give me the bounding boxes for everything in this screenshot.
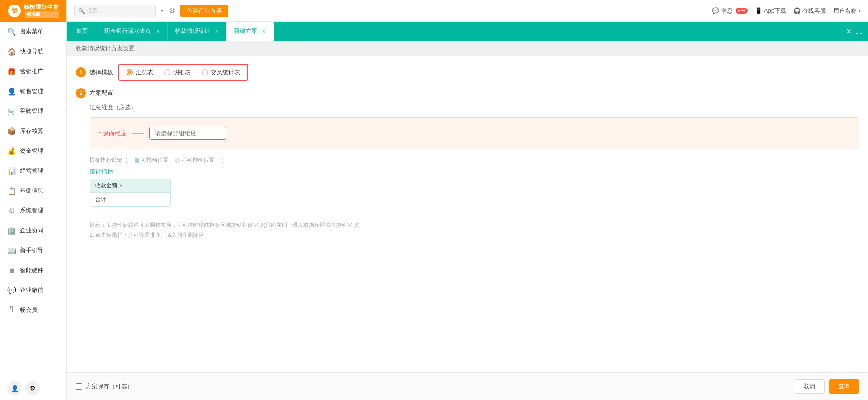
radio-detail-label: 明细表 <box>173 68 191 76</box>
page-footer: 方案保存（可选） 取消 查询 <box>67 372 868 400</box>
sidebar-item-label: 企业协同 <box>20 226 43 235</box>
sidebar-user-avatar[interactable]: 👤 <box>7 381 22 395</box>
sidebar-item-label: 快捷导航 <box>20 47 43 56</box>
tab-collection[interactable]: 收款情况统计 ✕ <box>168 22 226 41</box>
tab-new-plan-close[interactable]: ✕ <box>262 28 266 34</box>
logo-version: 标准版 <box>25 11 59 18</box>
dimension-area: 纵向维度 —— <box>90 117 859 149</box>
sidebar-item-member[interactable]: 🎖 畅会员 <box>0 300 66 320</box>
notification-item[interactable]: 💬 消息 99+ <box>712 7 748 15</box>
sidebar-item-inventory[interactable]: 📦 库存核算 <box>0 121 66 141</box>
metrics-table-header[interactable]: 收款金额 ▾ <box>90 179 170 193</box>
metrics-grid-title: 统计指标 <box>90 168 859 176</box>
non-draggable-tag: 不可拖动位置 <box>175 156 214 164</box>
page-header-title: 收款情况统计方案设置 <box>76 45 135 52</box>
tab-new-plan-label: 新建方案 <box>234 27 257 35</box>
sidebar-item-label: 资金管理 <box>20 147 43 155</box>
sidebar-nav: 🔍 搜索菜单 🏠 快捷导航 🎁 营销推广 👤 销售管理 🛒 采购管理 📦 库存核… <box>0 22 66 376</box>
sidebar-item-purchase[interactable]: 🛒 采购管理 <box>0 101 66 121</box>
tab-collection-label: 收款情况统计 <box>175 27 210 35</box>
topbar: 🔍 搜索... ▾ ⚙ 体验行业方案 💬 消息 99+ 📱 App下载 🎧 在线… <box>67 0 868 22</box>
gift-icon: 🎁 <box>7 67 16 76</box>
sidebar-item-basic[interactable]: 📋 基础信息 <box>0 181 66 201</box>
tip-line-2: 2. 点击标题栏下拉可设置排序、插入列和删除列 <box>90 231 859 240</box>
online-service-item[interactable]: 🎧 在线客服 <box>793 7 826 15</box>
sidebar: 畅 畅捷通好生意 标准版 🔍 搜索菜单 🏠 快捷导航 🎁 营销推广 👤 销售管理… <box>0 0 67 400</box>
user-name-item[interactable]: 用户名称 ▾ <box>833 7 861 15</box>
industry-plan-button[interactable]: 体验行业方案 <box>180 5 228 17</box>
topbar-search[interactable]: 🔍 搜索... <box>74 5 156 17</box>
cancel-button[interactable]: 取消 <box>794 379 825 394</box>
tab-cashflow-close[interactable]: ✕ <box>156 28 160 34</box>
list-icon: 📋 <box>7 186 16 195</box>
topbar-dropdown-arrow[interactable]: ▾ <box>161 8 163 13</box>
sidebar-item-marketing[interactable]: 🎁 营销推广 <box>0 61 66 81</box>
sidebar-item-label: 经营管理 <box>20 167 43 175</box>
sidebar-item-system[interactable]: ⚙ 系统管理 <box>0 201 66 221</box>
template-options: 汇总表 明细表 交叉统计表 <box>118 64 248 81</box>
medal-icon: 🎖 <box>7 306 16 315</box>
sidebar-bottom: 👤 ⚙ <box>0 376 66 400</box>
app-download-item[interactable]: 📱 App下载 <box>755 7 786 15</box>
tab-close-all-btn[interactable]: ✕ <box>846 27 852 36</box>
tab-home-label: 首页 <box>76 27 88 35</box>
non-draggable-label: 不可拖动位置 <box>182 156 214 164</box>
metrics-column-label: 收款金额 <box>95 182 117 189</box>
cart-icon: 🛒 <box>7 107 16 116</box>
metrics-title-end: ） <box>222 156 227 164</box>
metrics-table: 收款金额 ▾ 合计 <box>90 179 171 207</box>
draggable-label: 可拖动位置 <box>141 156 168 164</box>
sidebar-item-guide[interactable]: 📖 新手引导 <box>0 240 66 260</box>
page-header: 收款情况统计方案设置 <box>67 41 868 56</box>
radio-detail[interactable]: 明细表 <box>164 68 191 76</box>
online-service-label: 在线客服 <box>802 7 826 15</box>
tab-home[interactable]: 首页 <box>67 22 97 41</box>
tip-line-1: 提示： 1.拖动标题栏可以调整布局，不可跨维度或指标区域拖动栏目字段(只能在同一… <box>90 221 859 231</box>
wechat-icon: 💬 <box>7 286 16 295</box>
tab-expand-btn[interactable]: ⛶ <box>855 27 863 35</box>
user-icon: 👤 <box>7 87 16 96</box>
radio-summary-circle <box>127 69 133 75</box>
topbar-right: 💬 消息 99+ 📱 App下载 🎧 在线客服 用户名称 ▾ <box>712 7 861 15</box>
sidebar-item-operations[interactable]: 📊 经营管理 <box>0 161 66 181</box>
sidebar-item-search[interactable]: 🔍 搜索菜单 <box>0 22 66 42</box>
monitor-icon: 🖥 <box>7 266 16 275</box>
query-button[interactable]: 查询 <box>829 379 859 394</box>
settings-icon: ⚙ <box>7 206 16 215</box>
tabbar: 首页 现金银行流水查询 ✕ 收款情况统计 ✕ 新建方案 ✕ ✕ ⛶ <box>67 22 868 41</box>
tabbar-actions: ✕ ⛶ <box>840 22 868 41</box>
radio-cross-circle <box>202 69 208 75</box>
content-area: 收款情况统计方案设置 1 选择模板 汇总表 明细表 <box>67 41 868 400</box>
sidebar-item-finance[interactable]: 💰 资金管理 <box>0 141 66 161</box>
sidebar-item-enterprise[interactable]: 🏢 企业协同 <box>0 221 66 240</box>
step2-num: 2 <box>76 88 86 98</box>
step1-section: 1 选择模板 汇总表 明细表 交 <box>76 64 859 81</box>
user-dropdown-arrow: ▾ <box>859 8 861 13</box>
topbar-gear-icon[interactable]: ⚙ <box>169 6 175 15</box>
step2-title: 方案配置 <box>90 89 113 97</box>
step2-header: 2 方案配置 <box>76 88 859 98</box>
logo-icon: 畅 <box>8 5 21 17</box>
sidebar-item-wechat[interactable]: 💬 企业微信 <box>0 280 66 300</box>
save-plan-checkbox[interactable] <box>76 383 82 390</box>
radio-cross[interactable]: 交叉统计表 <box>202 68 240 76</box>
box-icon: 📦 <box>7 127 16 136</box>
step2-section: 2 方案配置 汇总维度（必选） 纵向维度 —— <box>76 88 859 240</box>
sidebar-item-sales[interactable]: 👤 销售管理 <box>0 81 66 101</box>
radio-cross-label: 交叉统计表 <box>211 68 240 76</box>
tab-collection-close[interactable]: ✕ <box>215 28 219 34</box>
topbar-search-placeholder: 搜索... <box>87 7 102 14</box>
tab-cashflow[interactable]: 现金银行流水查询 ✕ <box>97 22 168 41</box>
sidebar-settings-btn[interactable]: ⚙ <box>25 381 40 395</box>
dimension-input[interactable] <box>149 127 226 140</box>
radio-summary[interactable]: 汇总表 <box>127 68 153 76</box>
notification-badge: 99+ <box>736 8 748 14</box>
sidebar-item-label: 营销推广 <box>20 67 43 75</box>
page-body: 1 选择模板 汇总表 明细表 交 <box>67 56 868 372</box>
home-icon: 🏠 <box>7 47 16 56</box>
tab-cashflow-label: 现金银行流水查询 <box>104 27 151 35</box>
draggable-dot-icon <box>135 158 139 163</box>
sidebar-item-hardware[interactable]: 🖥 智能硬件 <box>0 260 66 280</box>
sidebar-item-quicknav[interactable]: 🏠 快捷导航 <box>0 42 66 61</box>
tab-new-plan[interactable]: 新建方案 ✕ <box>226 22 274 41</box>
